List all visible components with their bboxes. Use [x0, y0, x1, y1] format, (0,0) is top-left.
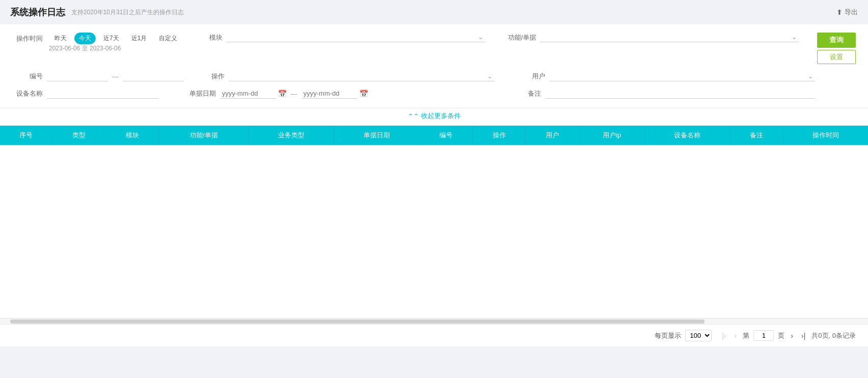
- table-header-cell: 业务类型: [249, 126, 334, 145]
- export-button[interactable]: ⬆ 导出: [836, 8, 858, 17]
- feature-select[interactable]: ⌄: [540, 33, 799, 42]
- scroll-bar[interactable]: [10, 319, 705, 324]
- device-label: 设备名称: [12, 89, 43, 98]
- pagination: 每页显示 100 50 200 |‹ ‹ 第 页 › ›| 共0页, 0条记录: [0, 324, 868, 346]
- remark-label: 备注: [511, 89, 541, 98]
- user-label: 用户: [515, 72, 545, 81]
- export-icon: ⬆: [836, 8, 843, 16]
- time-label: 操作时间: [12, 34, 43, 43]
- table-header-cell: 操作时间: [783, 126, 868, 145]
- page-title: 系统操作日志: [10, 6, 65, 18]
- collapse-bar[interactable]: ⌃⌃ 收起更多条件: [0, 108, 868, 126]
- table-header-cell: 模块: [106, 126, 159, 145]
- table-header-cell: 序号: [0, 126, 52, 145]
- page-size-label: 每页显示: [655, 331, 681, 340]
- table-header-cell: 单据日期: [334, 126, 419, 145]
- number-input-end[interactable]: [123, 71, 184, 81]
- remark-input[interactable]: [545, 89, 816, 99]
- time-btn-1month[interactable]: 近1月: [127, 33, 152, 44]
- number-dash: —: [112, 73, 119, 80]
- time-btn-yesterday[interactable]: 昨天: [50, 33, 71, 44]
- action-buttons: 查询 设置: [817, 33, 856, 64]
- table-header-cell: 备注: [730, 126, 783, 145]
- scroll-bar-area[interactable]: [0, 318, 868, 324]
- page-first-button[interactable]: |‹: [720, 331, 728, 341]
- table-header-cell: 类型: [52, 126, 105, 145]
- module-select[interactable]: ⌄: [227, 33, 485, 42]
- doc-date-range: 📅 — 📅: [220, 89, 368, 99]
- page-size-select[interactable]: 100 50 200: [685, 330, 712, 341]
- user-chevron-icon: ⌄: [808, 73, 813, 80]
- collapse-icon: ⌃⌃: [408, 112, 419, 120]
- time-btn-today[interactable]: 今天: [74, 33, 96, 44]
- table-header-cell: 用户: [526, 126, 579, 145]
- doc-date-start[interactable]: [220, 89, 276, 99]
- number-input-start[interactable]: [47, 71, 108, 81]
- doc-date-dash: —: [291, 90, 297, 98]
- export-label: 导出: [845, 8, 858, 17]
- page-prev-button[interactable]: ‹: [733, 331, 739, 341]
- time-options: 昨天 今天 近7天 近1月 自定义: [50, 33, 182, 44]
- total-info: 共0页, 0条记录: [811, 331, 856, 340]
- table-header-cell: 编号: [419, 126, 472, 145]
- page-label: 第: [743, 331, 749, 340]
- calendar-end-icon[interactable]: 📅: [359, 90, 368, 98]
- page-input[interactable]: [753, 330, 774, 341]
- module-chevron-icon: ⌄: [478, 34, 483, 41]
- device-input[interactable]: [47, 89, 159, 99]
- table-header-cell: 操作: [472, 126, 525, 145]
- table-header-cell: 功能/单据: [159, 126, 248, 145]
- page-subtitle: 支持2020年10月31日之后产生的操作日志: [71, 8, 184, 17]
- empty-area: [0, 145, 868, 318]
- doc-date-label: 单据日期: [185, 89, 216, 98]
- operation-select[interactable]: ⌄: [229, 72, 494, 81]
- user-select[interactable]: ⌄: [549, 72, 815, 81]
- page-header: 系统操作日志 支持2020年10月31日之后产生的操作日志 ⬆ 导出: [0, 0, 868, 24]
- table-header-row: 序号类型模块功能/单据业务类型单据日期编号操作用户用户ip设备名称备注操作时间: [0, 126, 868, 145]
- calendar-start-icon[interactable]: 📅: [278, 90, 287, 98]
- operation-chevron-icon: ⌄: [487, 73, 492, 80]
- settings-button[interactable]: 设置: [817, 50, 856, 64]
- data-table: 序号类型模块功能/单据业务类型单据日期编号操作用户用户ip设备名称备注操作时间: [0, 126, 868, 145]
- collapse-label: 收起更多条件: [421, 111, 461, 121]
- module-label: 模块: [192, 33, 222, 42]
- query-button[interactable]: 查询: [817, 33, 856, 48]
- table-header-cell: 设备名称: [645, 126, 730, 145]
- number-label: 编号: [12, 72, 43, 81]
- feature-chevron-icon: ⌄: [792, 34, 797, 41]
- time-btn-7days[interactable]: 近7天: [99, 33, 124, 44]
- filter-area: 操作时间 昨天 今天 近7天 近1月 自定义 2023-06-06 至 2023…: [0, 24, 868, 108]
- page-last-button[interactable]: ›|: [799, 331, 807, 341]
- operation-label: 操作: [194, 72, 225, 81]
- feature-label: 功能/单据: [506, 33, 536, 42]
- page-next-button[interactable]: ›: [789, 331, 795, 341]
- table-header-cell: 用户ip: [579, 126, 645, 145]
- time-range-text: 2023-06-06 至 2023-06-06: [49, 45, 121, 52]
- page-end-label: 页: [778, 331, 785, 340]
- doc-date-end[interactable]: [301, 89, 357, 99]
- time-btn-custom[interactable]: 自定义: [154, 33, 182, 44]
- table-wrap: 序号类型模块功能/单据业务类型单据日期编号操作用户用户ip设备名称备注操作时间: [0, 126, 868, 145]
